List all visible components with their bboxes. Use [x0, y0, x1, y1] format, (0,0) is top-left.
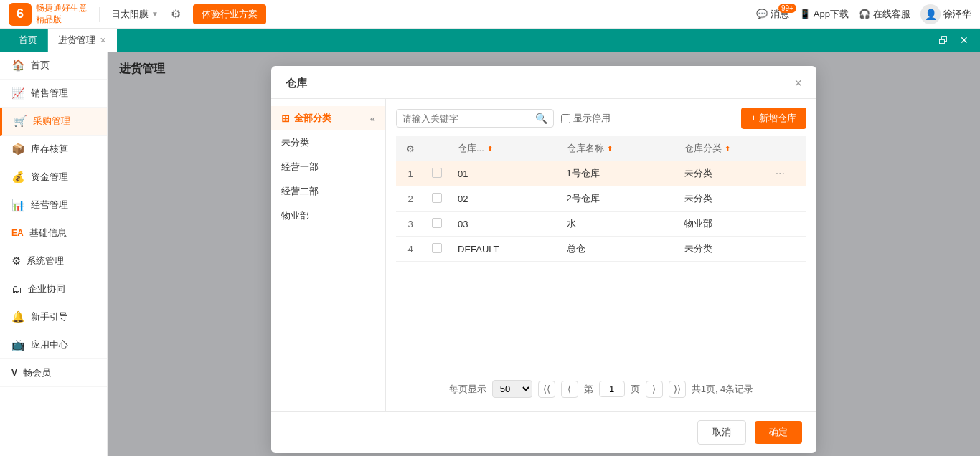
- all-categories-button[interactable]: ⊞ 全部分类 «: [271, 106, 385, 130]
- sort-icon-category: ⬆: [725, 145, 730, 153]
- row-actions-icon[interactable]: ···: [776, 167, 785, 180]
- logo-text: 畅捷通好生意 精品版: [36, 3, 88, 25]
- online-service-button[interactable]: 🎧 在线客服: [859, 8, 910, 21]
- sidebar-item-purchase-label: 采购管理: [33, 115, 70, 128]
- phone-icon: 📱: [799, 9, 811, 19]
- sales-icon: 📈: [11, 87, 25, 100]
- sidebar-item-basic-info[interactable]: EA 基础信息: [0, 219, 107, 247]
- row-code: DEFAULT: [451, 237, 560, 262]
- sidebar-item-app-center[interactable]: 📺 应用中心: [0, 331, 107, 359]
- warehouse-table: ⚙ 仓库... ⬆: [396, 136, 806, 262]
- sidebar-item-inventory[interactable]: 📦 库存核算: [0, 136, 107, 163]
- row-checkbox-cell[interactable]: [425, 161, 451, 186]
- row-category: 未分类···: [677, 161, 806, 186]
- per-page-label: 每页显示: [449, 383, 486, 396]
- restore-window-button[interactable]: 🗗: [936, 32, 951, 49]
- online-service-label: 在线客服: [873, 8, 910, 21]
- sidebar-item-guide[interactable]: 🔔 新手引导: [0, 303, 107, 331]
- row-checkbox-cell[interactable]: [425, 212, 451, 237]
- cancel-button[interactable]: 取消: [697, 420, 746, 445]
- system-icon: ⚙: [11, 255, 21, 267]
- row-checkbox[interactable]: [432, 193, 442, 203]
- table-row[interactable]: 1 01 1号仓库 未分类···: [396, 161, 806, 186]
- pagination: 每页显示 50 20 100 ⟨⟨ ⟨ 第 页 ⟩: [396, 371, 806, 402]
- category-item-dept2[interactable]: 经营二部: [271, 179, 385, 204]
- modal-overlay: 仓库 × ⊞ 全部分类 « 未分类 经营一部 经营二部: [108, 52, 980, 456]
- membership-icon: V: [11, 368, 17, 378]
- app-download-button[interactable]: 📱 App下载: [799, 8, 849, 21]
- add-warehouse-button[interactable]: + 新增仓库: [741, 108, 806, 129]
- total-info: 共1页, 4条记录: [692, 383, 754, 396]
- row-category: 未分类: [677, 186, 806, 212]
- category-item-dept1[interactable]: 经营一部: [271, 155, 385, 179]
- show-disabled-checkbox[interactable]: [561, 114, 570, 123]
- sidebar-item-system[interactable]: ⚙ 系统管理: [0, 247, 107, 275]
- search-icon[interactable]: 🔍: [535, 113, 547, 124]
- modal-close-button[interactable]: ×: [794, 76, 802, 91]
- table-row[interactable]: 3 03 水 物业部: [396, 212, 806, 237]
- modal-header: 仓库 ×: [271, 66, 816, 99]
- messages-badge: 99+: [778, 4, 796, 13]
- page-number-input[interactable]: [599, 381, 625, 397]
- sidebar-item-sales[interactable]: 📈 销售管理: [0, 80, 107, 108]
- topbar-branch[interactable]: 日太阳膜 ▼: [111, 8, 159, 21]
- all-categories-label: 全部分类: [294, 112, 331, 125]
- show-disabled-checkbox-label: 显示停用: [561, 112, 611, 125]
- sidebar-item-operations[interactable]: 📊 经营管理: [0, 191, 107, 219]
- category-panel: ⊞ 全部分类 « 未分类 经营一部 经营二部 物业部: [271, 99, 386, 411]
- table-row[interactable]: 4 DEFAULT 总仓 未分类: [396, 237, 806, 262]
- sidebar-item-membership[interactable]: V 畅会员: [0, 359, 107, 387]
- inventory-icon: 📦: [11, 143, 25, 156]
- close-window-button[interactable]: ✕: [957, 32, 971, 49]
- collapse-icon[interactable]: «: [370, 113, 375, 124]
- operations-icon: 📊: [11, 199, 25, 212]
- tab-home[interactable]: 首页: [9, 29, 48, 52]
- modal-title: 仓库: [286, 77, 307, 90]
- row-checkbox[interactable]: [432, 243, 442, 253]
- avatar: 👤: [920, 4, 941, 24]
- row-checkbox-cell[interactable]: [425, 186, 451, 212]
- next-page-button[interactable]: ⟩: [646, 381, 663, 398]
- category-item-property[interactable]: 物业部: [271, 204, 385, 228]
- messages-button[interactable]: 💬 消息 99+: [756, 8, 789, 21]
- sidebar-item-finance[interactable]: 💰 资金管理: [0, 163, 107, 191]
- sidebar-item-enterprise[interactable]: 🗂 企业协同: [0, 275, 107, 303]
- row-checkbox[interactable]: [432, 218, 442, 228]
- topbar-divider: [99, 7, 100, 22]
- tab-purchase[interactable]: 进货管理 ✕: [48, 29, 117, 52]
- tab-close-icon[interactable]: ✕: [100, 36, 106, 45]
- sidebar-item-system-label: 系统管理: [27, 255, 64, 267]
- row-code: 02: [451, 186, 560, 212]
- row-name: 水: [560, 212, 677, 237]
- industry-solution-button[interactable]: 体验行业方案: [193, 4, 266, 24]
- sidebar-item-membership-label: 畅会员: [23, 366, 51, 379]
- sidebar-item-home[interactable]: 🏠 首页: [0, 52, 107, 80]
- category-item-unclassified[interactable]: 未分类: [271, 130, 385, 155]
- modal-footer: 取消 确定: [271, 411, 816, 453]
- search-input[interactable]: [402, 113, 531, 124]
- th-checkbox: [425, 136, 451, 161]
- sort-icon-code: ⬆: [487, 145, 493, 153]
- sidebar-item-purchase[interactable]: 🛒 采购管理: [0, 108, 107, 136]
- app-center-icon: 📺: [11, 338, 25, 351]
- branch-name: 日太阳膜: [111, 8, 149, 21]
- row-checkbox-cell[interactable]: [425, 237, 451, 262]
- table-row[interactable]: 2 02 2号仓库 未分类: [396, 186, 806, 212]
- user-profile-button[interactable]: 👤 徐泽华: [920, 4, 971, 24]
- sidebar-item-operations-label: 经营管理: [31, 199, 68, 212]
- prev-page-button[interactable]: ⟨: [561, 381, 578, 398]
- page-prefix: 第: [584, 383, 593, 396]
- confirm-button[interactable]: 确定: [755, 421, 802, 444]
- home-icon: 🏠: [11, 59, 25, 72]
- per-page-select[interactable]: 50 20 100: [492, 380, 532, 398]
- topbar-gear-button[interactable]: ⚙: [166, 4, 186, 24]
- table-body: 1 01 1号仓库 未分类··· 2 02 2号仓库 未分类 3 03 水 物业…: [396, 161, 806, 262]
- row-checkbox[interactable]: [432, 168, 442, 178]
- purchase-icon: 🛒: [14, 115, 27, 128]
- search-box: 🔍: [396, 109, 554, 128]
- first-page-button[interactable]: ⟨⟨: [538, 381, 555, 398]
- last-page-button[interactable]: ⟩⟩: [669, 381, 686, 398]
- row-number: 2: [396, 186, 425, 212]
- sidebar-item-home-label: 首页: [31, 59, 50, 72]
- row-number: 4: [396, 237, 425, 262]
